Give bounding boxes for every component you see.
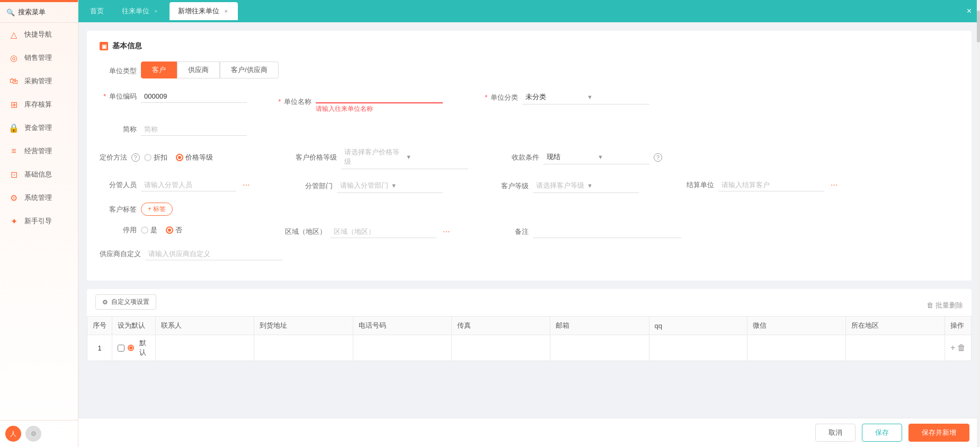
sidebar-item-operations[interactable]: ≡ 经营管理 xyxy=(0,139,78,163)
customer-price-level-dropdown[interactable]: 请选择客户价格等级 ▼ xyxy=(341,145,468,169)
settlement-more[interactable]: ··· xyxy=(828,180,840,190)
pricing-discount-radio[interactable] xyxy=(144,154,152,161)
region-more[interactable]: ··· xyxy=(441,227,452,236)
sidebar-search[interactable]: 🔍 搜索菜单 xyxy=(0,2,78,23)
row-region-input[interactable] xyxy=(851,344,939,352)
tab-new-contact[interactable]: 新增往来单位 × xyxy=(170,2,237,20)
row-fax-input[interactable] xyxy=(457,344,545,352)
remarks-input[interactable] xyxy=(533,225,681,238)
settings-bottom-icon[interactable]: ⚙ xyxy=(25,426,41,442)
row-email xyxy=(550,335,649,361)
sidebar-item-system[interactable]: ⚙ 系统管理 xyxy=(0,186,78,209)
tab-home[interactable]: 首页 xyxy=(83,2,111,20)
row-contact xyxy=(155,335,254,361)
customer-level-field: 客户等级 请选择客户等级 ▼ xyxy=(492,179,661,193)
dept-dropdown[interactable]: 请输入分管部门 ▼ xyxy=(337,179,443,193)
unit-code-required: * xyxy=(103,92,106,100)
customer-tag-label: 客户标签 xyxy=(100,205,137,214)
sidebar: 🔍 搜索菜单 △ 快捷导航 ◎ 销售管理 🛍 采购管理 ⊞ 库存核算 🔒 资金管… xyxy=(0,0,78,447)
payment-terms-dropdown[interactable]: 现结 ▼ xyxy=(544,150,649,164)
code-name-category-row: * 单位编码 * 单位名称 请输入往来单位名称 xyxy=(100,90,959,113)
row-phone-input[interactable] xyxy=(359,344,447,352)
sidebar-item-quick-nav[interactable]: △ 快捷导航 xyxy=(0,23,78,46)
close-all-tabs[interactable]: × xyxy=(963,4,976,18)
system-icon: ⚙ xyxy=(8,192,19,203)
table-section: ⚙ 自定义项设置 🗑 批量删除 序号 设为默认 联系人 到货地 xyxy=(87,289,972,361)
customer-level-dropdown[interactable]: 请选择客户等级 ▼ xyxy=(533,179,639,193)
tab-new-contact-close[interactable]: × xyxy=(222,7,229,15)
disabled-no-option[interactable]: 否 xyxy=(166,225,182,235)
customer-price-level-label: 客户价格等级 xyxy=(296,153,337,162)
col-contact: 联系人 xyxy=(155,317,254,335)
region-input[interactable] xyxy=(331,225,436,238)
pricing-level-radio[interactable] xyxy=(176,154,183,161)
manager-input[interactable] xyxy=(141,179,236,191)
customer-price-level-placeholder: 请选择客户价格等级 xyxy=(344,147,404,166)
manager-more[interactable]: ··· xyxy=(240,180,252,190)
quick-nav-icon: △ xyxy=(8,29,19,40)
unit-type-both[interactable]: 客户/供应商 xyxy=(220,62,279,78)
unit-name-field: * 单位名称 请输入往来单位名称 xyxy=(274,90,465,113)
disabled-no-radio[interactable] xyxy=(166,226,173,234)
batch-delete-button[interactable]: 🗑 批量删除 xyxy=(926,301,963,310)
disabled-yes-option[interactable]: 是 xyxy=(141,225,157,235)
supplier-custom-input[interactable] xyxy=(145,248,283,260)
scrollbar-handle[interactable] xyxy=(977,22,980,42)
settlement-input[interactable] xyxy=(718,179,824,191)
cancel-button[interactable]: 取消 xyxy=(815,424,856,442)
row-add-button[interactable]: + xyxy=(950,343,955,353)
row-wechat xyxy=(747,335,846,361)
payment-terms-field: 收款条件 现结 ▼ ? xyxy=(502,150,682,164)
manager-row: 分管人员 ··· 分管部门 请输入分管部门 ▼ 客户等级 请选择客户 xyxy=(100,179,959,193)
scrollbar[interactable] xyxy=(977,22,980,418)
row-index: 1 xyxy=(87,335,112,361)
row-default-radio[interactable] xyxy=(128,345,134,351)
region-field: 区域（地区） ··· xyxy=(285,225,476,238)
pricing-level-option[interactable]: 价格等级 xyxy=(176,153,213,162)
unit-code-input[interactable] xyxy=(141,90,247,103)
pricing-help-icon[interactable]: ? xyxy=(131,153,140,162)
col-index: 序号 xyxy=(87,317,112,335)
abbr-input[interactable] xyxy=(141,123,247,136)
unit-category-field: * 单位分类 未分类 ▼ xyxy=(481,90,661,104)
tab-contacts[interactable]: 往来单位 × xyxy=(113,2,167,20)
unit-type-supplier[interactable]: 供应商 xyxy=(177,62,220,78)
row-default-checkbox[interactable] xyxy=(118,345,124,352)
sidebar-item-inventory[interactable]: ⊞ 库存核算 xyxy=(0,93,78,116)
bottom-bar: 取消 保存 保存并新增 xyxy=(78,418,980,447)
custom-settings-button[interactable]: ⚙ 自定义项设置 xyxy=(95,294,156,310)
row-delete-button[interactable]: 🗑 xyxy=(957,343,966,353)
disabled-radio-group: 是 否 xyxy=(141,225,182,235)
payment-terms-help[interactable]: ? xyxy=(654,153,662,162)
disabled-yes-radio[interactable] xyxy=(141,226,148,234)
row-qq-input[interactable] xyxy=(655,344,742,352)
save-new-button[interactable]: 保存并新增 xyxy=(908,424,969,442)
unit-category-dropdown[interactable]: 未分类 ▼ xyxy=(522,90,649,104)
sidebar-item-guide[interactable]: ✦ 新手引导 xyxy=(0,209,78,233)
tab-contacts-close[interactable]: × xyxy=(153,7,159,15)
unit-name-input[interactable] xyxy=(316,90,443,103)
disabled-row: 停用 是 否 区域（地区） xyxy=(100,225,959,238)
row-default-radio-label[interactable]: 默认 xyxy=(128,338,150,357)
unit-type-customer[interactable]: 客户 xyxy=(141,62,177,78)
pricing-discount-option[interactable]: 折扣 xyxy=(144,153,167,162)
pricing-method-field: 定价方法 ? 折扣 价格等级 xyxy=(100,153,280,162)
row-wechat-input[interactable] xyxy=(753,344,840,352)
user-avatar[interactable]: 人 xyxy=(5,426,21,442)
tab-new-contact-label: 新增往来单位 xyxy=(178,6,219,16)
sidebar-item-finance[interactable]: 🔒 资金管理 xyxy=(0,116,78,139)
sidebar-item-basic[interactable]: ⊡ 基础信息 xyxy=(0,163,78,186)
row-contact-input[interactable] xyxy=(161,344,248,352)
section-title-text: 基本信息 xyxy=(112,41,142,51)
sidebar-item-sales[interactable]: ◎ 销售管理 xyxy=(0,46,78,69)
pricing-row: 定价方法 ? 折扣 价格等级 xyxy=(100,145,959,169)
save-button[interactable]: 保存 xyxy=(862,424,902,442)
add-tag-button[interactable]: + 标签 xyxy=(141,203,173,216)
row-email-input[interactable] xyxy=(556,344,643,352)
supplier-custom-row: 供应商自定义 xyxy=(100,248,959,260)
settlement-field: 结算单位 ··· xyxy=(677,179,857,191)
row-address-input[interactable] xyxy=(260,344,348,352)
col-default: 设为默认 xyxy=(112,317,156,335)
sidebar-item-purchase[interactable]: 🛍 采购管理 xyxy=(0,69,78,93)
section-title-icon: ▣ xyxy=(100,42,108,50)
